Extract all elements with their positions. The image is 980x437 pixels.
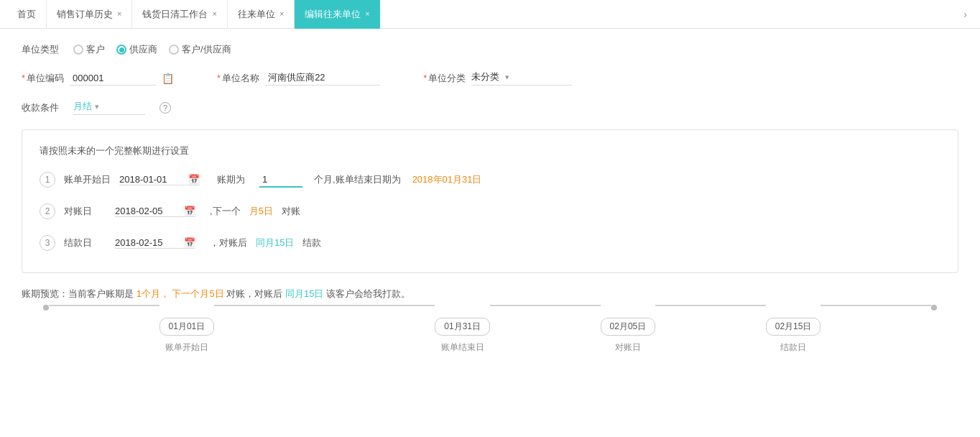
unit-name-label: *单位名称	[217, 72, 259, 85]
step-3-date-wrap: 📅	[115, 237, 195, 249]
section-desc: 请按照未来的一个完整帐期进行设置	[40, 144, 940, 157]
unit-type-row: 单位类型 客户 供应商 客户/供应商	[22, 43, 958, 56]
step-3-calendar-icon[interactable]: 📅	[184, 237, 195, 248]
step-2-date-input[interactable]	[115, 206, 180, 216]
unit-code-star: *	[22, 73, 25, 83]
unit-classify-label: *单位分类	[423, 72, 466, 85]
radio-customer[interactable]: 客户	[73, 43, 105, 56]
preview-mid: 对账，对账后	[226, 288, 282, 299]
tab-edit-partner-label: 编辑往来单位	[305, 8, 361, 21]
timeline: 01月01日 账单开始日 01月31日 账单结束日 02月05日 对账日 02月…	[22, 318, 958, 354]
tl-node-2: 02月05日 对账日	[601, 318, 656, 354]
timeline-start-cap	[43, 305, 49, 310]
radio-both-circle	[169, 45, 179, 55]
step-2-calendar-icon[interactable]: 📅	[184, 206, 195, 216]
tab-partner-label: 往来单位	[238, 8, 275, 21]
step-2-label: 对账日	[64, 205, 92, 218]
tl-node-3-badge: 02月15日	[766, 318, 821, 336]
unit-classify-value: 未分类	[471, 70, 499, 83]
step-3-desc-highlight: 同月15日	[256, 236, 294, 249]
tab-cash-work-close[interactable]: ×	[212, 10, 216, 18]
step-3-date-input[interactable]	[115, 237, 180, 248]
step-3-desc-suffix: 结款	[302, 236, 321, 249]
timeline-end-cap	[931, 305, 937, 310]
radio-both[interactable]: 客户/供应商	[169, 43, 231, 56]
tab-edit-partner-close[interactable]: ×	[365, 10, 369, 18]
unit-name-star: *	[217, 73, 221, 83]
tab-partner[interactable]: 往来单位 ×	[228, 0, 295, 29]
tl-node-0-badge: 01月01日	[160, 318, 215, 336]
tab-sales-history-label: 销售订单历史	[57, 8, 113, 21]
unit-code-group: *单位编码 📋	[22, 71, 174, 86]
payment-select[interactable]: 月结 ▾	[73, 100, 145, 115]
tab-cash-work-label: 钱货日清工作台	[142, 8, 208, 21]
preview-text: 账期预览：当前客户账期是 1个月， 下一个月5日 对账，对账后 同月15日 该客…	[22, 288, 958, 300]
step-2-desc-highlight: 月5日	[249, 205, 273, 218]
tab-home-label: 首页	[17, 8, 36, 21]
tabs-bar: 首页 销售订单历史 × 钱货日清工作台 × 往来单位 × 编辑往来单位 × ›	[0, 0, 980, 29]
step-1-end-text: 个月,账单结束日期为	[314, 173, 401, 186]
unit-code-icon[interactable]: 📋	[162, 73, 174, 84]
payment-value: 月结	[73, 100, 92, 113]
step-3-num: 3	[40, 235, 55, 251]
payment-label: 收款条件	[22, 101, 59, 114]
step-2-desc-suffix: 对账	[282, 205, 300, 218]
unit-code-input[interactable]	[70, 71, 156, 86]
step-3-row: 3 结款日 📅 ，对账后 同月15日 结款	[40, 235, 940, 251]
payment-help-icon[interactable]: ?	[160, 102, 171, 114]
radio-supplier[interactable]: 供应商	[116, 43, 157, 56]
step-1-label: 账单开始日	[64, 173, 111, 186]
tabs-arrow[interactable]: ›	[958, 9, 973, 20]
step-1-period-input[interactable]	[259, 172, 302, 188]
unit-classify-chevron: ▾	[505, 73, 509, 82]
tl-node-0: 01月01日 账单开始日	[160, 318, 215, 354]
tab-edit-partner[interactable]: 编辑往来单位 ×	[295, 0, 379, 29]
page-content: 单位类型 客户 供应商 客户/供应商 *单位编码	[0, 29, 980, 437]
tab-sales-history[interactable]: 销售订单历史 ×	[47, 0, 132, 29]
preview-label: 账期预览：当前客户账期是	[22, 288, 134, 299]
unit-classify-select[interactable]: 未分类 ▾	[471, 70, 572, 86]
billing-section: 请按照未来的一个完整帐期进行设置 1 账单开始日 📅 账期为 个月,账单结束日期…	[22, 129, 958, 273]
unit-classify-group: *单位分类 未分类 ▾	[423, 70, 572, 86]
tl-node-3-label: 结款日	[780, 341, 806, 354]
tl-connector-4	[820, 305, 931, 306]
step-2-num: 2	[40, 203, 55, 219]
radio-both-label: 客户/供应商	[182, 43, 231, 56]
tl-node-3: 02月15日 结款日	[766, 318, 821, 354]
preview-end: 该客户会给我打款。	[326, 288, 410, 299]
step-1-row: 1 账单开始日 📅 账期为 个月,账单结束日期为 2018年01月31日	[40, 172, 940, 188]
preview-part2: 下一个月5日	[172, 288, 223, 299]
unit-type-label: 单位类型	[22, 43, 59, 56]
payment-row: 收款条件 月结 ▾ ?	[22, 100, 958, 115]
radio-customer-label: 客户	[86, 43, 105, 56]
tl-node-1-label: 账单结束日	[441, 341, 484, 354]
step-1-date-input[interactable]	[119, 174, 184, 185]
payment-chevron: ▾	[95, 102, 99, 111]
unit-code-label: *单位编码	[22, 72, 64, 85]
tab-cash-work[interactable]: 钱货日清工作台 ×	[132, 0, 227, 29]
preview-part3: 同月15日	[285, 288, 323, 299]
step-2-row: 2 对账日 📅 ,下一个 月5日 对账	[40, 203, 940, 219]
unit-name-input[interactable]	[265, 71, 380, 86]
step-1-date-wrap: 📅	[119, 174, 200, 185]
step-1-calendar-icon[interactable]: 📅	[188, 174, 200, 185]
unit-name-group: *单位名称	[217, 71, 380, 86]
step-1-end-date: 2018年01月31日	[412, 173, 482, 186]
tl-node-2-label: 对账日	[615, 341, 641, 354]
tl-node-1: 01月31日 账单结束日	[435, 318, 490, 354]
tl-connector-2	[490, 305, 601, 306]
radio-supplier-circle	[116, 45, 126, 55]
step-3-desc-prefix: ，对账后	[210, 236, 247, 249]
tl-connector-0	[49, 305, 160, 306]
unit-info-row: *单位编码 📋 *单位名称 *单位分类 未分类 ▾	[22, 70, 958, 86]
tab-partner-close[interactable]: ×	[279, 10, 284, 18]
tab-sales-history-close[interactable]: ×	[117, 10, 121, 18]
preview-part1: 1个月，	[137, 288, 170, 299]
tab-home[interactable]: 首页	[7, 0, 47, 29]
tl-node-0-label: 账单开始日	[165, 341, 208, 354]
radio-customer-circle	[73, 45, 83, 55]
step-3-label: 结款日	[64, 236, 92, 249]
step-1-num: 1	[40, 172, 55, 188]
step-1-mid-text: 账期为	[217, 173, 245, 186]
tl-node-2-badge: 02月05日	[601, 318, 656, 336]
